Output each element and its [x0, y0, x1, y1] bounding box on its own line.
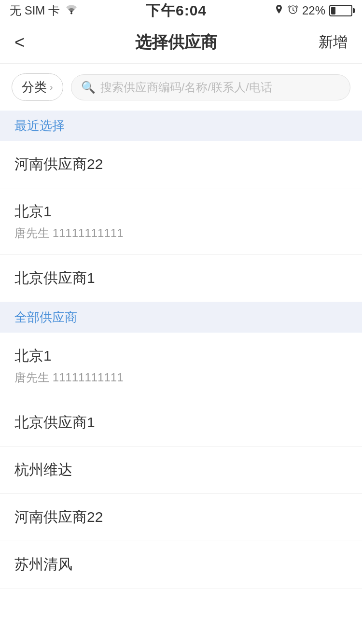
list-container: 最近选择河南供应商22北京1唐先生 11111111111北京供应商1全部供应商…: [0, 111, 362, 588]
battery-percentage: 22%: [302, 4, 325, 17]
item-name: 河南供应商22: [14, 154, 348, 174]
svg-point-0: [70, 13, 72, 14]
new-button[interactable]: 新增: [309, 32, 348, 52]
filter-bar: 分类 › 🔍 搜索供应商编码/名称/联系人/电话: [0, 64, 362, 111]
item-detail: 唐先生 11111111111: [14, 370, 348, 385]
search-box[interactable]: 🔍 搜索供应商编码/名称/联系人/电话: [71, 74, 350, 100]
status-time: 下午6:04: [146, 1, 207, 21]
item-detail: 唐先生 11111111111: [14, 225, 348, 241]
search-icon: 🔍: [81, 81, 96, 94]
item-name: 杭州维达: [14, 460, 348, 480]
list-item[interactable]: 河南供应商22: [0, 141, 362, 188]
page-title: 选择供应商: [135, 31, 217, 54]
list-item[interactable]: 苏州清风: [0, 541, 362, 588]
nav-bar: < 选择供应商 新增: [0, 21, 362, 64]
list-item[interactable]: 北京供应商1: [0, 399, 362, 447]
list-item[interactable]: 北京供应商1: [0, 255, 362, 302]
list-item[interactable]: 杭州维达: [0, 447, 362, 494]
item-name: 河南供应商22: [14, 507, 348, 527]
alarm-icon: [288, 4, 298, 17]
item-name: 北京1: [14, 202, 348, 222]
search-placeholder: 搜索供应商编码/名称/联系人/电话: [100, 80, 272, 95]
section-header-text-recent: 最近选择: [14, 118, 65, 133]
item-name: 苏州清风: [14, 555, 348, 574]
chevron-icon: ›: [50, 82, 53, 93]
category-button[interactable]: 分类 ›: [12, 73, 63, 101]
list-item[interactable]: 河南供应商22: [0, 494, 362, 541]
section-header-all: 全部供应商: [0, 302, 362, 333]
status-bar: 无 SIM 卡 下午6:04 22%: [0, 0, 362, 21]
list-item[interactable]: 北京1唐先生 11111111111: [0, 188, 362, 255]
section-header-text-all: 全部供应商: [14, 310, 77, 324]
item-name: 北京供应商1: [14, 413, 348, 433]
list-item[interactable]: 北京1唐先生 11111111111: [0, 333, 362, 399]
item-name: 北京供应商1: [14, 268, 348, 288]
item-name: 北京1: [14, 346, 348, 366]
carrier-text: 无 SIM 卡: [10, 3, 60, 18]
back-button[interactable]: <: [14, 32, 43, 53]
battery-icon: [329, 5, 352, 16]
status-right: 22%: [274, 4, 352, 17]
section-header-recent: 最近选择: [0, 111, 362, 141]
status-left: 无 SIM 卡: [10, 3, 78, 18]
category-label: 分类: [22, 79, 47, 96]
location-icon: [274, 4, 284, 17]
wifi-icon: [65, 4, 78, 17]
